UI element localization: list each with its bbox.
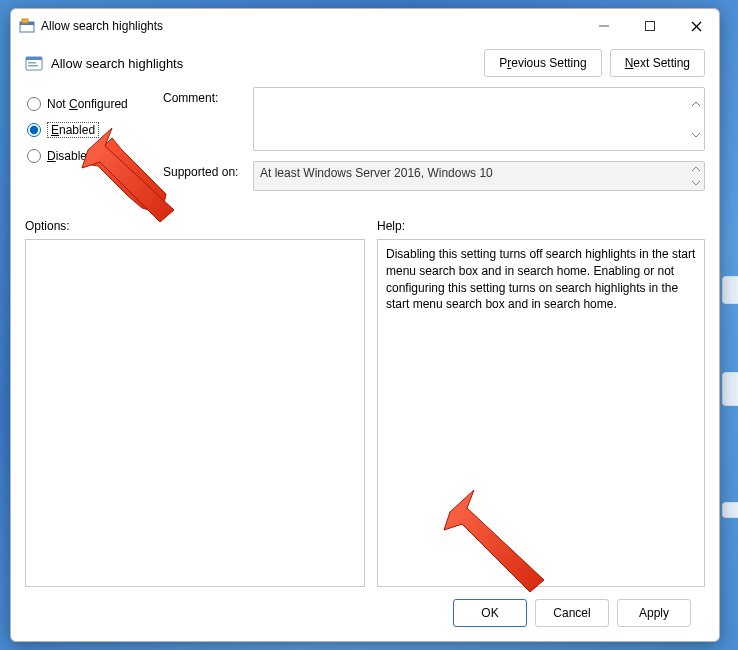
bg-peek (722, 372, 738, 406)
comment-row: Comment: (163, 87, 705, 151)
help-label: Help: (377, 219, 405, 233)
bg-peek (722, 276, 738, 304)
radio-disabled[interactable] (27, 149, 41, 163)
radio-not-configured-row: Not Configured (25, 91, 153, 117)
radio-disabled-label[interactable]: Disabled (47, 149, 94, 163)
supported-value: At least Windows Server 2016, Windows 10 (260, 166, 493, 180)
svg-rect-2 (22, 19, 28, 23)
titlebar: Allow search highlights (11, 9, 719, 43)
radio-enabled-row: Enabled (25, 117, 153, 143)
comment-input[interactable] (253, 87, 705, 151)
svg-rect-4 (646, 22, 655, 31)
chevron-down-icon[interactable] (689, 176, 703, 189)
policy-icon (25, 54, 43, 72)
next-setting-button[interactable]: Next Setting (610, 49, 705, 77)
policy-title: Allow search highlights (51, 56, 183, 71)
radio-not-configured[interactable] (27, 97, 41, 111)
footer: OK Cancel Apply (25, 587, 705, 641)
maximize-button[interactable] (627, 10, 673, 42)
chevron-up-icon[interactable] (689, 89, 703, 119)
bg-peek (722, 502, 738, 518)
chevron-up-icon[interactable] (689, 163, 703, 176)
svg-rect-8 (26, 57, 42, 60)
comment-spin[interactable] (689, 89, 703, 149)
ok-button[interactable]: OK (453, 599, 527, 627)
window-title: Allow search highlights (41, 19, 163, 33)
supported-row: Supported on: At least Windows Server 20… (163, 161, 705, 191)
supported-spin[interactable] (689, 163, 703, 189)
right-col: Comment: Supported on: At least Windows … (163, 87, 705, 201)
state-radios: Not Configured Enabled Disabled (25, 87, 153, 201)
top-grid: Not Configured Enabled Disabled Comment: (25, 87, 705, 201)
svg-line-6 (692, 22, 701, 31)
comment-label: Comment: (163, 87, 253, 105)
radio-not-configured-label[interactable]: Not Configured (47, 97, 128, 111)
boxes-row: Disabling this setting turns off search … (25, 239, 705, 587)
mid-labels: Options: Help: (25, 219, 705, 233)
supported-text: At least Windows Server 2016, Windows 10 (253, 161, 705, 191)
svg-rect-9 (28, 62, 36, 64)
cancel-button[interactable]: Cancel (535, 599, 609, 627)
options-box (25, 239, 365, 587)
svg-line-5 (692, 22, 701, 31)
dialog-window: Allow search highlights Allow search hig… (10, 8, 720, 642)
options-label: Options: (25, 219, 365, 233)
app-icon (19, 18, 35, 34)
chevron-down-icon[interactable] (689, 119, 703, 149)
radio-enabled[interactable] (27, 123, 41, 137)
previous-setting-button[interactable]: Previous Setting (484, 49, 601, 77)
close-button[interactable] (673, 10, 719, 42)
supported-label: Supported on: (163, 161, 253, 179)
minimize-button[interactable] (581, 10, 627, 42)
help-box: Disabling this setting turns off search … (377, 239, 705, 587)
radio-disabled-row: Disabled (25, 143, 153, 169)
apply-button[interactable]: Apply (617, 599, 691, 627)
main-area: Not Configured Enabled Disabled Comment: (11, 87, 719, 641)
header-row: Allow search highlights Previous Setting… (11, 43, 719, 87)
radio-enabled-label[interactable]: Enabled (47, 122, 99, 138)
help-text: Disabling this setting turns off search … (386, 247, 695, 311)
svg-rect-10 (28, 65, 38, 67)
